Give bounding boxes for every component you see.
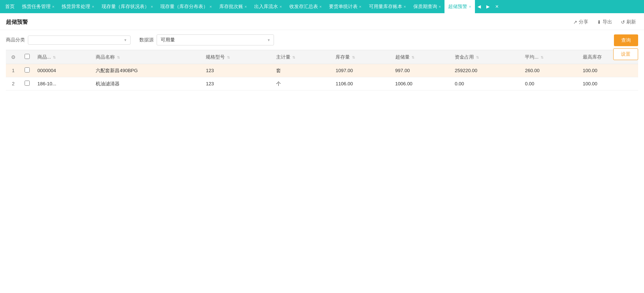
sort-icon: ⇅ <box>53 55 56 59</box>
close-icon[interactable]: × <box>209 4 212 9</box>
sort-icon: ⇅ <box>352 55 355 59</box>
row-checkbox[interactable] <box>25 81 30 86</box>
row-stock: 1106.00 <box>332 77 391 90</box>
row-name: 六配套新昌490BPG <box>92 64 202 77</box>
page-content: 超储预警 ↗ 分享 ⬇ 导出 ↺ 刷新 商品分类 ▾ <box>0 13 644 293</box>
sort-icon: ⇅ <box>292 55 295 59</box>
chevron-down-icon: ▾ <box>268 38 270 42</box>
nav-item-task[interactable]: 拣货任务管理 × <box>18 0 58 13</box>
row-maxstock: 100.00 <box>579 77 638 90</box>
close-icon[interactable]: × <box>151 4 153 9</box>
nav-item-inv-status[interactable]: 现存量（库存状况表） × <box>98 0 157 13</box>
col-stock-header[interactable]: 库存量 ⇅ <box>332 50 391 64</box>
row-overstock: 1006.00 <box>392 77 451 90</box>
header-actions: ↗ 分享 ⬇ 导出 ↺ 刷新 <box>571 18 638 27</box>
nav-item-inv-dist[interactable]: 现存量（库存分布表） × <box>157 0 215 13</box>
datasource-label: 数据源 <box>139 37 154 43</box>
nav-next-arrow[interactable]: ▶ <box>484 0 493 13</box>
row-checkbox-cell[interactable] <box>21 77 34 90</box>
table-container: ⚙ 商品... ⇅ 商品名称 ⇅ 规格型号 ⇅ <box>0 50 644 90</box>
row-unit: 个 <box>272 77 332 90</box>
nav-item-collect[interactable]: 收发存汇总表 × <box>286 0 325 13</box>
row-spec: 123 <box>202 64 272 77</box>
select-all-checkbox[interactable] <box>25 54 30 59</box>
close-icon[interactable]: × <box>52 4 54 9</box>
row-name: 机油滤清器 <box>92 77 202 90</box>
col-capital-header[interactable]: 资金占用 ⇅ <box>451 50 521 64</box>
table-row: 1 0000004 六配套新昌490BPG 123 套 1097.00 997.… <box>6 64 638 77</box>
row-spec: 123 <box>202 77 272 90</box>
row-stock: 1097.00 <box>332 64 391 77</box>
close-icon[interactable]: × <box>439 4 441 9</box>
row-avg: 260.00 <box>521 64 579 77</box>
row-checkbox[interactable] <box>25 67 30 73</box>
sort-icon: ⇅ <box>117 55 120 59</box>
row-capital: 259220.00 <box>451 64 521 77</box>
nav-item-abnormal[interactable]: 拣货异常处理 × <box>58 0 98 13</box>
filter-row: 商品分类 ▾ 数据源 可用量 ▾ 查询 设置 <box>0 30 644 50</box>
export-icon: ⬇ <box>597 19 601 25</box>
page-title: 超储预警 <box>6 19 28 26</box>
row-avg: 0.00 <box>521 77 579 90</box>
nav-bar: 首页 拣货任务管理 × 拣货异常处理 × 现存量（库存状况表） × 现存量（库存… <box>0 0 644 13</box>
col-settings-header[interactable]: ⚙ <box>6 50 21 64</box>
close-icon[interactable]: × <box>319 4 322 9</box>
nav-item-quality[interactable]: 保质期查询 × <box>410 0 444 13</box>
table-header-row: ⚙ 商品... ⇅ 商品名称 ⇅ 规格型号 ⇅ <box>6 50 638 64</box>
col-code-header[interactable]: 商品... ⇅ <box>34 50 92 64</box>
col-unit-header[interactable]: 主计量 ⇅ <box>272 50 332 64</box>
nav-item-available[interactable]: 可用量库存账本 × <box>365 0 410 13</box>
close-icon[interactable]: × <box>92 4 94 9</box>
col-spec-header[interactable]: 规格型号 ⇅ <box>202 50 272 64</box>
nav-close-all-icon[interactable]: ✕ <box>493 0 501 13</box>
row-code: 0000004 <box>34 64 92 77</box>
datasource-select-value: 可用量 <box>161 37 175 43</box>
settings-button[interactable]: 设置 <box>613 48 638 60</box>
nav-item-overstock[interactable]: 超储预警 × <box>444 0 475 13</box>
col-name-header[interactable]: 商品名称 ⇅ <box>92 50 202 64</box>
row-index: 2 <box>6 77 21 90</box>
data-table: ⚙ 商品... ⇅ 商品名称 ⇅ 规格型号 ⇅ <box>6 50 638 90</box>
close-icon[interactable]: × <box>245 4 247 9</box>
col-avg-header[interactable]: 平均... ⇅ <box>521 50 579 64</box>
page-header: 超储预警 ↗ 分享 ⬇ 导出 ↺ 刷新 <box>0 13 644 30</box>
share-icon: ↗ <box>573 19 577 25</box>
row-index: 1 <box>6 64 21 77</box>
filter-buttons: 查询 设置 <box>613 34 638 60</box>
row-maxstock: 100.00 <box>579 64 638 77</box>
datasource-filter: 数据源 可用量 ▾ <box>139 34 274 45</box>
sort-icon: ⇅ <box>476 55 479 59</box>
category-select[interactable]: ▾ <box>28 36 131 45</box>
query-button[interactable]: 查询 <box>614 34 638 46</box>
refresh-button[interactable]: ↺ 刷新 <box>619 18 638 27</box>
row-unit: 套 <box>272 64 332 77</box>
nav-prev-arrow[interactable]: ◀ <box>475 0 484 13</box>
nav-item-batch[interactable]: 库存批次账 × <box>216 0 250 13</box>
category-filter: 商品分类 ▾ <box>6 36 131 45</box>
col-overstock-header[interactable]: 超储量 ⇅ <box>392 50 451 64</box>
sort-icon: ⇅ <box>411 55 414 59</box>
row-capital: 0.00 <box>451 77 521 90</box>
chevron-down-icon: ▾ <box>124 38 127 42</box>
datasource-select[interactable]: 可用量 ▾ <box>157 34 274 45</box>
nav-item-inout[interactable]: 出入库流水 × <box>250 0 285 13</box>
nav-item-order-stat[interactable]: 要货单统计表 × <box>325 0 365 13</box>
nav-item-home[interactable]: 首页 <box>1 0 18 13</box>
close-icon[interactable]: × <box>279 4 282 9</box>
close-icon[interactable]: × <box>359 4 361 9</box>
sort-icon: ⇅ <box>227 55 230 59</box>
sort-icon: ⇅ <box>541 55 544 59</box>
close-icon[interactable]: × <box>469 4 471 9</box>
gear-icon[interactable]: ⚙ <box>11 54 16 60</box>
category-label: 商品分类 <box>6 37 25 43</box>
filter-fields: 商品分类 ▾ 数据源 可用量 ▾ <box>6 34 274 45</box>
col-checkbox-header[interactable] <box>21 50 34 64</box>
export-button[interactable]: ⬇ 导出 <box>595 18 614 27</box>
close-icon[interactable]: × <box>404 4 406 9</box>
refresh-icon: ↺ <box>621 19 625 25</box>
row-code: 186-10... <box>34 77 92 90</box>
table-row: 2 186-10... 机油滤清器 123 个 1106.00 1006.00 … <box>6 77 638 90</box>
share-button[interactable]: ↗ 分享 <box>571 18 590 27</box>
row-overstock: 997.00 <box>392 64 451 77</box>
row-checkbox-cell[interactable] <box>21 64 34 77</box>
